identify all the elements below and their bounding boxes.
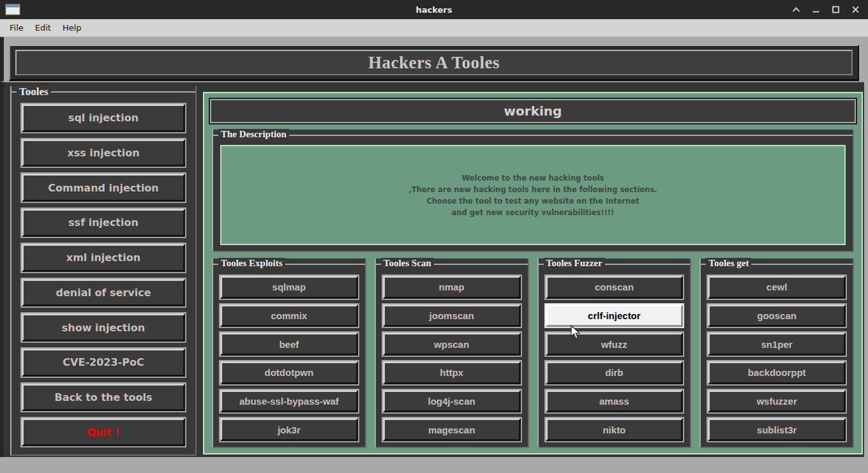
description-frame: The Description Welcome to the new hacki…	[212, 130, 854, 252]
tool-button-wsfuzzer[interactable]: wsfuzzer	[708, 390, 846, 413]
window-title: hackers	[0, 5, 868, 15]
menu-edit[interactable]: Edit	[29, 20, 57, 35]
tool-button-backdoorppt[interactable]: backdoorppt	[708, 361, 846, 384]
tool-button-wpscan[interactable]: wpscan	[383, 333, 521, 356]
app-header: Hackers A Tooles	[9, 45, 859, 81]
description-line: and get new security vulnerabilities!!!!	[452, 208, 615, 217]
minimize-icon[interactable]	[811, 6, 821, 13]
tool-button-magescan[interactable]: magescan	[383, 418, 521, 441]
tool-button-amass[interactable]: amass	[546, 390, 684, 413]
titlebar: hackers	[0, 0, 868, 19]
tool-button-log4j-scan[interactable]: log4j-scan	[383, 390, 521, 413]
app-content: Hackers A Tooles Tooles sql injection xs…	[0, 37, 868, 473]
tool-button-nikto[interactable]: nikto	[546, 418, 684, 441]
tool-button-joomscan[interactable]: joomscan	[383, 304, 521, 327]
sidebar-button-sql-injection[interactable]: sql injection	[22, 104, 185, 132]
column-legend: Tooles get	[706, 258, 751, 269]
sidebar-button-cve-2023-poc[interactable]: CVE-2023-PoC	[22, 349, 185, 377]
shade-icon[interactable]	[791, 6, 801, 13]
sidebar-button-xml-injection[interactable]: xml injection	[22, 244, 185, 272]
tool-button-dotdotpwn[interactable]: dotdotpwn	[220, 361, 358, 384]
tool-button-sublist3r[interactable]: sublist3r	[708, 418, 846, 441]
column-tooles-exploits: Tooles Exploits sqlmap commix beef dotdo…	[212, 259, 366, 448]
sidebar-button-quit[interactable]: Quit !	[22, 418, 185, 446]
tool-button-gooscan[interactable]: gooscan	[708, 304, 846, 327]
tool-button-sn1per[interactable]: sn1per	[708, 333, 846, 356]
sidebar-button-ssf-injection[interactable]: ssf injection	[22, 209, 185, 237]
sidebar-button-show-injection[interactable]: show injection	[22, 313, 185, 342]
menu-file[interactable]: File	[4, 20, 29, 35]
menubar: File Edit Help	[0, 19, 868, 37]
sidebar-button-denial-of-service[interactable]: denial of service	[22, 279, 185, 307]
working-header: working	[210, 99, 856, 123]
tool-button-wfuzz[interactable]: wfuzz	[546, 333, 684, 356]
working-title: working	[504, 103, 562, 119]
column-legend: Tooles Exploits	[218, 258, 285, 269]
tool-button-nmap[interactable]: nmap	[383, 276, 521, 299]
column-tooles-get: Tooles get cewl gooscan sn1per backdoorp…	[700, 259, 854, 448]
sidebar-button-command-injection[interactable]: Command injection	[22, 174, 185, 202]
description-line: ,There are new hacking tools here in the…	[408, 185, 657, 194]
tool-button-beef[interactable]: beef	[220, 333, 358, 356]
tool-button-abuse-ssl-bypass-waf[interactable]: abuse-ssl-bypass-waf	[220, 390, 358, 413]
maximize-icon[interactable]	[831, 6, 841, 13]
tool-button-sqlmap[interactable]: sqlmap	[220, 276, 358, 299]
description-line: Choose the tool to test any website on t…	[426, 197, 640, 206]
menu-help[interactable]: Help	[57, 20, 87, 35]
tool-button-cewl[interactable]: cewl	[708, 276, 846, 299]
tool-button-conscan[interactable]: conscan	[546, 276, 684, 299]
column-tooles-scan: Tooles Scan nmap joomscan wpscan httpx l…	[375, 259, 529, 448]
tool-button-dirb[interactable]: dirb	[546, 361, 684, 384]
column-legend: Tooles Scan	[381, 258, 434, 269]
tool-button-commix[interactable]: commix	[220, 304, 358, 327]
page-title: Hackers A Tooles	[368, 53, 500, 73]
sidebar-legend: Tooles	[17, 86, 51, 98]
working-panel: working The Description Welcome to the n…	[203, 92, 863, 454]
tool-button-jok3r[interactable]: jok3r	[220, 418, 358, 441]
tool-button-crlf-injector[interactable]: crlf-injector	[546, 304, 684, 327]
sidebar-button-xss-injection[interactable]: xss injection	[22, 139, 185, 167]
body-frame: Tooles sql injection xss injection Comma…	[0, 81, 864, 457]
sidebar-tooles: Tooles sql injection xss injection Comma…	[10, 86, 197, 456]
sidebar-button-back-to-tools[interactable]: Back to the tools	[22, 384, 185, 412]
description-textbox: Welcome to the new hacking tools ,There …	[220, 145, 846, 245]
tool-columns: Tooles Exploits sqlmap commix beef dotdo…	[212, 259, 854, 448]
close-icon[interactable]	[851, 6, 860, 13]
column-tooles-fuzzer: Tooles Fuzzer conscan crlf-injector wfuz…	[537, 259, 692, 448]
tool-button-httpx[interactable]: httpx	[383, 361, 521, 384]
window-icon	[5, 4, 20, 15]
description-line: Welcome to the new hacking tools	[462, 174, 604, 183]
column-legend: Tooles Fuzzer	[544, 258, 605, 269]
description-legend: The Description	[218, 129, 289, 140]
